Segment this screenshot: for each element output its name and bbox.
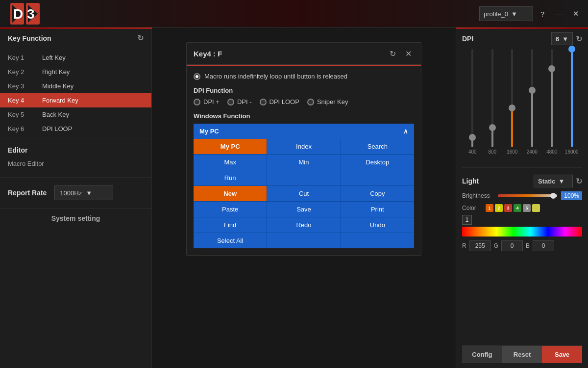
dpi-sniper-radio[interactable]	[307, 99, 314, 105]
color-dot-1[interactable]: 1	[486, 204, 493, 212]
macro-loop-radio[interactable]	[194, 73, 200, 80]
key5-func: Back Key	[42, 111, 69, 118]
dropdown-item-min[interactable]: Min	[267, 155, 340, 170]
dpi-minus-label: DPI -	[237, 98, 252, 105]
key-row-5[interactable]: Key 5 Back Key	[0, 107, 151, 122]
app-logo: D 3	[8, 1, 42, 26]
dropdown-item-save[interactable]: Save	[267, 202, 340, 217]
sidebar-divider-1	[0, 138, 151, 138]
key6-func: DPI LOOP	[42, 125, 72, 132]
dpi-slider-3[interactable]	[504, 49, 521, 147]
dropdown-item-paste[interactable]: Paste	[194, 202, 267, 217]
key-function-refresh-icon[interactable]: ↻	[137, 33, 144, 43]
dpi-slider-2[interactable]	[484, 49, 501, 147]
system-setting-section: System setting	[0, 210, 151, 226]
dpi-slider-thumb-2[interactable]	[489, 124, 496, 131]
dropdown-item-selectall[interactable]: Select All	[194, 233, 267, 248]
minimize-button[interactable]: —	[552, 6, 566, 21]
key5-name: Key 5	[8, 111, 42, 118]
key-row-3[interactable]: Key 3 Middle Key	[0, 79, 151, 93]
dpi-count-select[interactable]: 6 ▼	[551, 32, 573, 45]
dpi-slider-thumb-3[interactable]	[509, 105, 515, 111]
light-mode-select[interactable]: Static ▼	[534, 175, 573, 187]
dropdown-item-index[interactable]: Index	[267, 139, 340, 154]
dpi-slider-thumb-5[interactable]	[548, 65, 555, 72]
brightness-slider[interactable]	[498, 194, 557, 197]
color-dot-4[interactable]: 4	[514, 204, 521, 212]
light-refresh-icon[interactable]: ↻	[576, 177, 582, 186]
close-button[interactable]: ✕	[568, 6, 583, 21]
dpi-panel-title: DPI 6 ▼ ↻	[462, 32, 582, 45]
dpi-minus-radio[interactable]	[227, 99, 234, 105]
report-rate-section: Report Rate 1000Hz ▼	[0, 180, 151, 206]
dropdown-item-mypc[interactable]: My PC	[194, 139, 267, 154]
key1-func: Left Key	[42, 54, 66, 61]
dpi-options: DPI + DPI - DPI LOOP Sniper Key	[194, 98, 414, 105]
help-button[interactable]: ?	[535, 6, 550, 21]
dropdown-item-new[interactable]: New	[194, 186, 267, 201]
dropdown-item-redo[interactable]: Redo	[267, 217, 340, 233]
report-rate-chevron-icon: ▼	[86, 189, 108, 197]
dropdown-item-print[interactable]: Print	[341, 202, 414, 217]
modal-actions: ↻ ✕	[387, 48, 414, 59]
key-row-6[interactable]: Key 6 DPI LOOP	[0, 122, 151, 136]
reset-button[interactable]: Reset	[502, 346, 542, 363]
dropdown-item-run[interactable]: Run	[194, 170, 267, 185]
dpi-slider-thumb-6[interactable]	[568, 46, 575, 53]
light-panel-title: Light Static ▼ ↻	[462, 175, 582, 187]
brightness-thumb[interactable]	[550, 193, 556, 199]
rgb-r-input[interactable]	[469, 240, 491, 251]
dropdown-item-undo[interactable]: Undo	[341, 217, 414, 233]
modal-close-button[interactable]: ✕	[402, 48, 414, 59]
macro-editor-button[interactable]: Macro Editor	[8, 158, 144, 169]
editor-section: Editor Macro Editor	[0, 140, 151, 175]
color-dot-3[interactable]: 3	[504, 204, 512, 212]
dpi-slider-1[interactable]	[464, 49, 481, 147]
dpi-sniper-option[interactable]: Sniper Key	[307, 98, 348, 105]
dpi-minus-option[interactable]: DPI -	[227, 98, 252, 105]
color-dot-2[interactable]: 2	[495, 204, 503, 212]
report-rate-value: 1000Hz	[60, 189, 82, 197]
key-row-1[interactable]: Key 1 Left Key	[0, 51, 151, 65]
dpi-slider-thumb-1[interactable]	[469, 134, 476, 141]
dropdown-item-cut[interactable]: Cut	[267, 186, 340, 201]
key2-name: Key 2	[8, 68, 42, 76]
dropdown-item-copy[interactable]: Copy	[341, 186, 414, 201]
dpi-slider-6[interactable]	[564, 49, 581, 147]
report-rate-select[interactable]: 1000Hz ▼	[54, 185, 113, 200]
modal-refresh-button[interactable]: ↻	[387, 48, 398, 59]
rgb-g-input[interactable]	[501, 240, 523, 251]
color-gradient-picker[interactable]	[462, 227, 582, 237]
dpi-refresh-icon[interactable]: ↻	[576, 34, 582, 44]
dropdown-item-find[interactable]: Find	[194, 217, 267, 233]
dpi-label-5: 4800	[543, 149, 561, 155]
brightness-row: Brightness 100%	[462, 191, 582, 200]
dropdown-item-max[interactable]: Max	[194, 155, 267, 170]
light-title-text: Light	[462, 177, 479, 185]
modal-body: Macro runs indefinitely loop until butto…	[187, 66, 421, 255]
rgb-row: R G B	[462, 240, 582, 251]
system-setting-button[interactable]: System setting	[8, 214, 144, 222]
color-dot-6[interactable]	[532, 204, 540, 212]
dpi-plus-option[interactable]: DPI +	[194, 98, 220, 105]
profile-select[interactable]: profile_0 ▼	[479, 6, 533, 21]
dpi-slider-thumb-4[interactable]	[529, 87, 536, 94]
dpi-slider-track-4	[531, 49, 533, 147]
dpi-loop-option[interactable]: DPI LOOP	[260, 98, 299, 105]
save-button[interactable]: Save	[542, 346, 582, 363]
color-dot-5[interactable]: 5	[523, 204, 531, 212]
color-label: Color	[462, 205, 482, 211]
dpi-title-left: DPI	[462, 35, 473, 43]
dpi-plus-radio[interactable]	[194, 99, 200, 105]
rgb-b-input[interactable]	[533, 240, 554, 251]
dropdown-item-search[interactable]: Search	[341, 139, 414, 154]
dpi-slider-5[interactable]	[543, 49, 561, 147]
dpi-slider-4[interactable]	[524, 49, 541, 147]
dropdown-item-desktop[interactable]: Desktop	[341, 155, 414, 170]
config-button[interactable]: Config	[462, 346, 502, 363]
dpi-loop-radio[interactable]	[260, 99, 267, 105]
dropdown-menu: My PC Index Search Max Min Desktop Run	[194, 139, 414, 248]
dropdown-trigger[interactable]: My PC ∧	[194, 124, 414, 139]
key-row-2[interactable]: Key 2 Right Key	[0, 65, 151, 79]
key-row-4[interactable]: Key 4 Forward Key	[0, 93, 151, 107]
